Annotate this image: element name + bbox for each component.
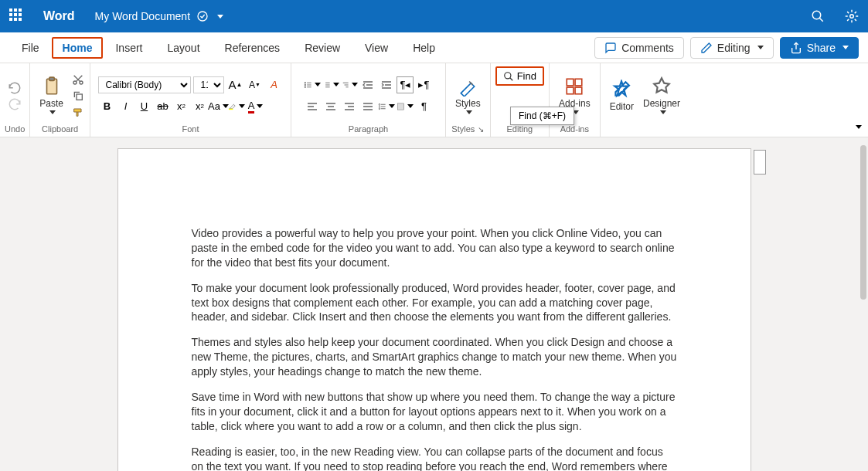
- change-case-button[interactable]: A: [265, 76, 282, 93]
- document-title[interactable]: My Word Document: [95, 10, 223, 22]
- strikethrough-button[interactable]: ab: [154, 98, 171, 115]
- styles-button[interactable]: Styles: [451, 75, 485, 116]
- shading-button[interactable]: [397, 98, 414, 115]
- italic-button[interactable]: I: [117, 98, 134, 115]
- font-size-select[interactable]: 11: [193, 76, 224, 93]
- group-paragraph: ¶◂ ▸¶ ¶ Paragraph: [291, 63, 446, 137]
- saved-icon: [196, 10, 209, 22]
- decrease-indent-button[interactable]: [359, 76, 376, 93]
- group-styles: Styles Styles↘: [446, 63, 491, 137]
- tab-view[interactable]: View: [352, 36, 400, 60]
- svg-rect-17: [575, 87, 582, 94]
- designer-button[interactable]: Designer: [638, 75, 685, 116]
- styles-icon: [458, 76, 478, 97]
- multilevel-list-button[interactable]: [341, 76, 358, 93]
- svg-rect-16: [567, 87, 574, 94]
- paragraph[interactable]: Reading is easier, too, in the new Readi…: [192, 445, 677, 471]
- tab-layout[interactable]: Layout: [155, 36, 212, 60]
- addins-icon: [564, 76, 584, 97]
- paste-button[interactable]: Paste: [35, 75, 68, 116]
- group-addins: Add-ins Add-ins: [550, 63, 601, 137]
- align-right-button[interactable]: [341, 98, 358, 115]
- svg-point-9: [305, 82, 306, 83]
- tab-help[interactable]: Help: [400, 36, 448, 60]
- show-marks-button[interactable]: ¶: [415, 98, 432, 115]
- chevron-down-icon: [757, 46, 764, 49]
- collapse-ribbon-button[interactable]: [853, 120, 862, 134]
- align-center-button[interactable]: [322, 98, 339, 115]
- chevron-down-icon: [466, 110, 472, 114]
- increase-font-button[interactable]: A▲: [226, 76, 243, 93]
- share-button[interactable]: Share: [780, 37, 859, 59]
- share-icon: [790, 42, 802, 54]
- underline-button[interactable]: U: [135, 98, 152, 115]
- tab-insert[interactable]: Insert: [103, 36, 155, 60]
- document-page[interactable]: Video provides a powerful way to help yo…: [117, 148, 751, 471]
- svg-rect-14: [567, 79, 574, 86]
- search-icon[interactable]: [811, 9, 825, 23]
- numbering-button[interactable]: [322, 76, 339, 93]
- svg-point-11: [305, 86, 306, 87]
- chevron-down-icon: [217, 15, 223, 19]
- paragraph[interactable]: To make your document look professionall…: [192, 281, 677, 325]
- highlight-button[interactable]: [228, 98, 245, 115]
- editor-icon: [611, 80, 631, 100]
- rtl-button[interactable]: ▸¶: [415, 76, 432, 93]
- format-painter-button[interactable]: [71, 105, 85, 119]
- svg-rect-12: [398, 103, 404, 109]
- ltr-button[interactable]: ¶◂: [397, 76, 414, 93]
- svg-point-13: [504, 72, 510, 78]
- tab-references[interactable]: References: [213, 36, 293, 60]
- chevron-down-icon: [49, 110, 56, 114]
- redo-button[interactable]: [8, 97, 22, 110]
- clipboard-icon: [42, 76, 62, 97]
- vertical-scrollbar[interactable]: [857, 137, 868, 471]
- comments-button[interactable]: Comments: [594, 37, 684, 59]
- group-editor: Editor Designer: [601, 63, 689, 137]
- pencil-icon: [700, 42, 713, 54]
- subscript-button[interactable]: x2: [172, 98, 189, 115]
- font-color-button[interactable]: A: [247, 98, 264, 115]
- chevron-down-icon: [842, 46, 849, 49]
- group-editing: Find Editing: [491, 63, 550, 137]
- bullets-button[interactable]: [304, 76, 321, 93]
- search-icon: [503, 71, 514, 82]
- justify-button[interactable]: [359, 98, 376, 115]
- svg-point-1: [812, 11, 821, 19]
- paragraph[interactable]: Video provides a powerful way to help yo…: [192, 226, 677, 270]
- tab-file[interactable]: File: [9, 36, 52, 60]
- copy-button[interactable]: [71, 89, 85, 103]
- styles-dialog-launcher[interactable]: ↘: [478, 125, 484, 134]
- font-name-select[interactable]: Calibri (Body): [98, 76, 191, 93]
- paragraph[interactable]: Save time in Word with new buttons that …: [192, 390, 677, 434]
- align-left-button[interactable]: [304, 98, 321, 115]
- gear-icon[interactable]: [845, 9, 859, 23]
- bold-button[interactable]: B: [98, 98, 115, 115]
- group-clipboard: Paste Clipboard: [30, 63, 90, 137]
- svg-rect-15: [575, 79, 582, 86]
- editing-mode-button[interactable]: Editing: [690, 37, 774, 59]
- side-tab[interactable]: [754, 150, 766, 175]
- workspace: Video provides a powerful way to help yo…: [0, 137, 868, 471]
- editor-button[interactable]: Editor: [605, 78, 638, 114]
- undo-button[interactable]: [8, 80, 22, 94]
- tab-review[interactable]: Review: [292, 36, 352, 60]
- text-effects-button[interactable]: Aa: [209, 98, 226, 115]
- chevron-down-icon: [660, 110, 666, 114]
- scroll-thumb[interactable]: [860, 145, 866, 300]
- tab-home[interactable]: Home: [52, 37, 104, 59]
- svg-point-0: [198, 12, 207, 21]
- designer-icon: [652, 76, 672, 97]
- cut-button[interactable]: [71, 73, 85, 86]
- svg-rect-8: [229, 108, 233, 109]
- find-button[interactable]: Find: [495, 66, 544, 86]
- superscript-button[interactable]: x2: [191, 98, 208, 115]
- app-launcher-icon[interactable]: [9, 8, 25, 24]
- line-spacing-button[interactable]: [378, 98, 395, 115]
- svg-rect-4: [49, 77, 54, 80]
- svg-rect-7: [77, 94, 82, 100]
- find-tooltip: Find (⌘+F): [510, 107, 574, 125]
- decrease-font-button[interactable]: A▼: [246, 76, 263, 93]
- increase-indent-button[interactable]: [378, 76, 395, 93]
- paragraph[interactable]: Themes and styles also help keep your do…: [192, 335, 677, 379]
